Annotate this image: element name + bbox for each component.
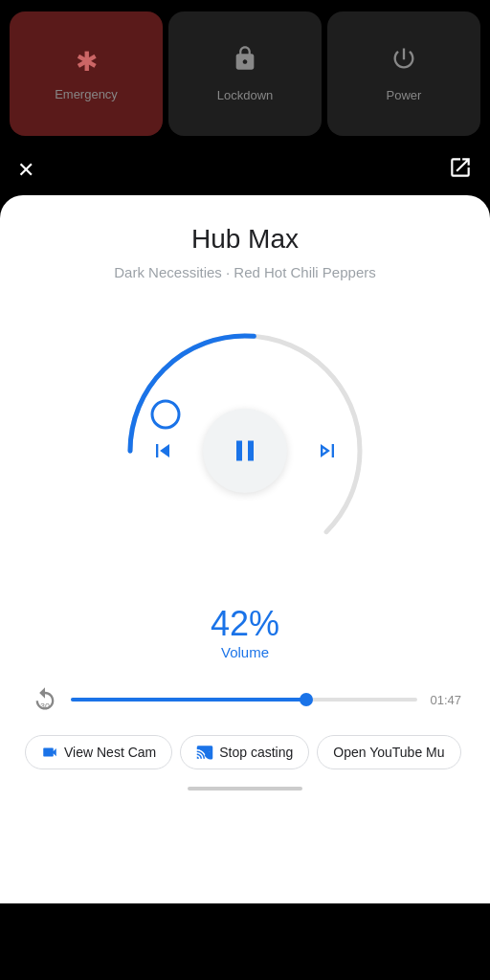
power-label: Power — [387, 88, 422, 102]
volume-label: Volume — [19, 644, 471, 660]
quick-tiles: ✱ Emergency Lockdown Power — [0, 0, 490, 145]
time-remaining: 01:47 — [427, 693, 461, 707]
external-link-button[interactable] — [448, 155, 473, 186]
action-chips: View Nest Cam Stop casting Open YouTube … — [19, 735, 471, 769]
main-card: Hub Max Dark Necessities · Red Hot Chili… — [0, 195, 490, 903]
emergency-icon: ✱ — [76, 46, 98, 78]
next-button[interactable] — [314, 437, 341, 464]
power-icon — [390, 45, 417, 78]
close-button[interactable]: ✕ — [17, 158, 34, 183]
lockdown-label: Lockdown — [217, 88, 274, 102]
open-youtube-label: Open YouTube Mu — [333, 745, 444, 760]
home-indicator — [188, 787, 302, 791]
tile-power[interactable]: Power — [327, 11, 480, 136]
view-nest-cam-label: View Nest Cam — [64, 745, 156, 760]
pause-button[interactable] — [203, 409, 287, 493]
volume-knob[interactable] — [101, 307, 389, 594]
replay-label: 30 — [40, 702, 50, 711]
volume-display: 42% Volume — [19, 604, 471, 660]
lockdown-icon — [232, 45, 258, 78]
camera-icon — [41, 744, 58, 761]
progress-fill — [71, 698, 306, 702]
progress-thumb — [300, 693, 313, 706]
volume-percentage: 42% — [19, 604, 471, 644]
track-info: Dark Necessities · Red Hot Chili Peppers — [19, 264, 471, 280]
replay-30-button[interactable]: 30 — [29, 683, 61, 716]
header-row: ✕ — [0, 145, 490, 195]
view-nest-cam-button[interactable]: View Nest Cam — [25, 735, 172, 769]
progress-area: 30 01:47 — [19, 683, 471, 716]
tile-lockdown[interactable]: Lockdown — [168, 11, 322, 136]
open-youtube-button[interactable]: Open YouTube Mu — [317, 735, 460, 769]
tile-emergency[interactable]: ✱ Emergency — [10, 11, 163, 136]
device-title: Hub Max — [19, 224, 471, 255]
stop-casting-label: Stop casting — [219, 745, 293, 760]
emergency-label: Emergency — [55, 87, 118, 101]
previous-button[interactable] — [149, 437, 176, 464]
play-controls — [149, 409, 341, 493]
cast-icon — [196, 744, 213, 761]
progress-track[interactable] — [71, 698, 417, 702]
stop-casting-button[interactable]: Stop casting — [180, 735, 309, 769]
